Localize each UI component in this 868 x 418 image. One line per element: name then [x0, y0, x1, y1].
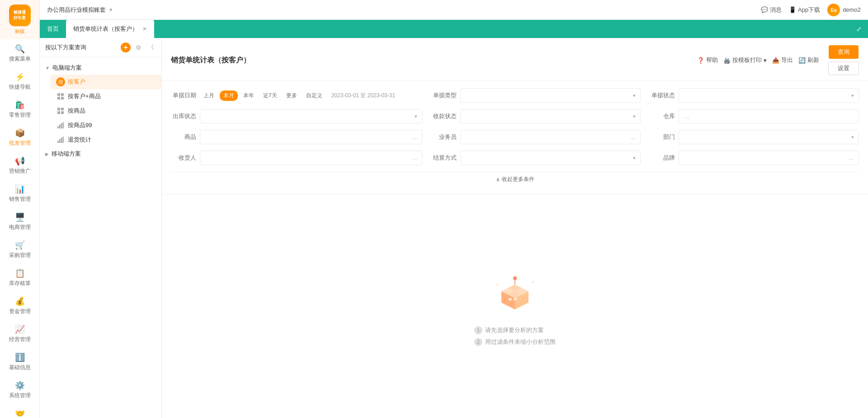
- date-filter: 单据日期 上月 本月 本年 近7天 更多 自定义 2023-03-01 至 20…: [171, 90, 422, 101]
- message-icon: 💬: [761, 6, 768, 13]
- order-type-input[interactable]: ▾: [460, 88, 641, 103]
- system-icon: ⚙️: [15, 380, 25, 390]
- warehouse-input[interactable]: …: [679, 109, 859, 124]
- tab-expand-btn[interactable]: ⤢: [850, 20, 868, 38]
- date-tab-custom[interactable]: 自定义: [302, 90, 326, 101]
- svg-rect-13: [59, 139, 61, 143]
- right-content: 销货单统计表（按客户） ❓ 帮助 🖨️ 按模板打印 ▾ 📤 导出: [162, 38, 868, 418]
- goods-input[interactable]: …: [200, 130, 422, 144]
- empty-tip-1: 1 请先选择要分析的方案: [474, 326, 556, 334]
- collect-status-filter: 收款状态 ▾: [431, 109, 641, 124]
- out-status-dropdown: ▾: [415, 114, 417, 119]
- tree-group-mobile: ▶ 移动端方案: [40, 147, 161, 161]
- salesman-filter: 业务员 …: [431, 130, 641, 144]
- sidebar-item-marketing[interactable]: 📢 营销推广: [0, 152, 39, 180]
- dept-input[interactable]: ▾: [679, 130, 859, 144]
- help-btn[interactable]: ❓ 帮助: [697, 56, 718, 64]
- empty-tips: 1 请先选择要分析的方案 2 用过滤条件来缩小分析范围: [474, 326, 556, 346]
- salesman-input[interactable]: …: [460, 130, 641, 144]
- date-tab-more[interactable]: 更多: [283, 90, 301, 101]
- app-download-btn[interactable]: 📱 App下载: [789, 6, 820, 14]
- message-btn[interactable]: 💬 消息: [761, 6, 782, 14]
- avatar: Ea: [827, 4, 840, 16]
- sidebar-item-purchase[interactable]: 🛒 采购管理: [0, 236, 39, 264]
- out-status-label: 出库状态: [171, 112, 196, 120]
- export-btn[interactable]: 📤 导出: [772, 56, 793, 64]
- dept-filter: 部门 ▾: [650, 130, 859, 144]
- svg-point-27: [494, 295, 495, 297]
- stock-icon: 📋: [15, 268, 25, 278]
- salesman-label: 业务员: [431, 133, 457, 141]
- svg-rect-0: [57, 93, 60, 96]
- svg-rect-4: [57, 108, 60, 110]
- tree-item-by-customer[interactable]: 按 按客户: [51, 75, 161, 89]
- dropdown-icon[interactable]: ▾: [109, 6, 113, 13]
- order-type-label: 单据类型: [431, 91, 457, 100]
- sidebar-item-quick[interactable]: ⚡ 快捷导航: [0, 67, 39, 95]
- tree-item-icon-return: [56, 135, 65, 144]
- settle-label: 结算方式: [431, 154, 457, 162]
- sidebar-item-collab[interactable]: 🤝 企业协同: [0, 404, 39, 418]
- query-button[interactable]: 查询: [829, 45, 859, 59]
- tree-item-return-stat[interactable]: 退货统计: [51, 133, 161, 147]
- svg-point-24: [513, 276, 517, 280]
- marketing-icon: 📢: [15, 156, 25, 166]
- brand-input[interactable]: …: [679, 151, 859, 165]
- tab-sales-stat[interactable]: 销货单统计表（按客户） ✕: [66, 20, 154, 38]
- tree-item-by-customer-goods[interactable]: 按客户+商品: [51, 89, 161, 104]
- export-icon: 📤: [772, 57, 779, 64]
- out-status-input[interactable]: ▾: [200, 109, 422, 124]
- tree-items-desktop: 按 按客户 按客户+商品: [40, 75, 161, 147]
- sidebar-item-search[interactable]: 🔍 搜索菜单: [0, 39, 39, 67]
- filter-area: 单据日期 上月 本月 本年 近7天 更多 自定义 2023-03-01 至 20…: [162, 81, 868, 195]
- recipient-input[interactable]: …: [200, 151, 422, 165]
- sidebar-item-wholesale[interactable]: 📦 批发管理: [0, 124, 39, 152]
- sidebar-item-system[interactable]: ⚙️ 系统管理: [0, 376, 39, 404]
- tab-home[interactable]: 首页: [40, 20, 66, 38]
- main-area: 办公用品行业模拟账套 ▾ 💬 消息 📱 App下载 Ea demo2 首页: [40, 0, 868, 418]
- scheme-add-btn[interactable]: +: [121, 43, 131, 52]
- collect-status-dropdown: ▾: [633, 114, 636, 119]
- svg-rect-14: [61, 138, 62, 143]
- settle-input[interactable]: ▾: [460, 151, 641, 165]
- svg-rect-12: [57, 141, 59, 143]
- sidebar-item-operation[interactable]: 📈 经营管理: [0, 320, 39, 348]
- svg-point-26: [532, 281, 534, 284]
- svg-rect-10: [61, 123, 62, 128]
- logo-icon: 畅捷通好生意: [9, 5, 31, 26]
- sidebar-item-retail[interactable]: 🛍️ 零售管理: [0, 95, 39, 124]
- tree-item-by-goods[interactable]: 按商品: [51, 104, 161, 118]
- template-print-btn[interactable]: 🖨️ 按模板打印 ▾: [723, 56, 767, 64]
- tab-close-icon[interactable]: ✕: [142, 26, 147, 32]
- print-dropdown-icon: ▾: [764, 57, 767, 64]
- brand-filter: 品牌 …: [650, 151, 859, 165]
- sidebar-item-finance[interactable]: 💰 资金管理: [0, 292, 39, 320]
- sidebar-item-stock[interactable]: 📋 库存核算: [0, 264, 39, 292]
- header-right: 💬 消息 📱 App下载 Ea demo2: [761, 4, 861, 16]
- date-tab-this-month[interactable]: 本月: [220, 90, 238, 101]
- user-menu[interactable]: Ea demo2: [827, 4, 861, 16]
- scheme-collapse-btn[interactable]: 《: [146, 43, 156, 52]
- tip-num-2: 2: [474, 338, 482, 346]
- sidebar-item-sales[interactable]: 📊 销售管理: [0, 180, 39, 208]
- order-status-input[interactable]: ▾: [679, 88, 859, 103]
- sidebar-item-basic[interactable]: ℹ️ 基础信息: [0, 348, 39, 376]
- refresh-icon: 🔄: [798, 57, 806, 64]
- operation-icon: 📈: [15, 324, 25, 334]
- wholesale-icon: 📦: [15, 128, 25, 138]
- set-button[interactable]: 设置: [828, 62, 859, 75]
- scheme-title: 按以下方案查询: [45, 43, 86, 52]
- tree-group-mobile-header[interactable]: ▶ 移动端方案: [40, 147, 161, 161]
- collapse-btn[interactable]: ∧ 收起更多条件: [496, 172, 534, 187]
- order-status-filter: 单据状态 ▾: [650, 88, 859, 103]
- filter-row-4: 收货人 … 结算方式 ▾: [171, 151, 859, 165]
- sidebar-item-ecommerce[interactable]: 🖥️ 电商管理: [0, 208, 39, 236]
- refresh-btn[interactable]: 🔄 刷新: [798, 56, 819, 64]
- tree-item-by-goods-99[interactable]: 按商品99: [51, 118, 161, 133]
- tree-group-desktop-header[interactable]: ▼ 电脑端方案: [40, 61, 161, 75]
- date-tab-7days[interactable]: 近7天: [259, 90, 281, 101]
- collect-status-input[interactable]: ▾: [460, 109, 641, 124]
- date-tab-last-month[interactable]: 上月: [200, 90, 218, 101]
- scheme-settings-btn[interactable]: ⚙: [133, 43, 143, 52]
- date-tab-this-year[interactable]: 本年: [240, 90, 258, 101]
